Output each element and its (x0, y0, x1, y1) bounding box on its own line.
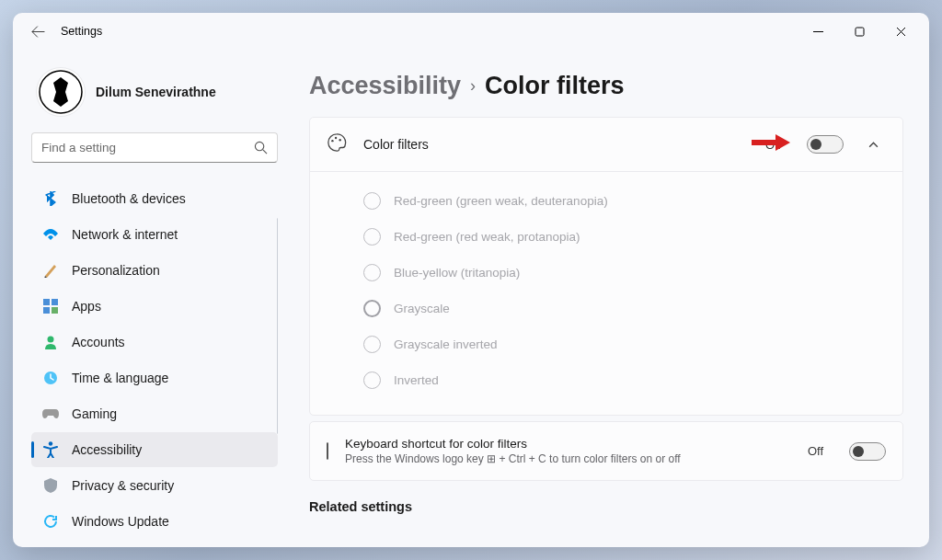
option-protanopia[interactable]: Red-green (red weak, protanopia) (310, 219, 902, 255)
svg-rect-5 (43, 307, 50, 314)
nav-personalization[interactable]: Personalization (31, 253, 278, 288)
search-box[interactable] (31, 132, 278, 163)
radio-selected-icon (363, 300, 381, 317)
nav-label: Apps (72, 299, 101, 314)
color-filters-toggle[interactable] (807, 135, 844, 154)
avatar (37, 68, 85, 116)
user-profile[interactable]: Dilum Senevirathne (31, 57, 278, 132)
option-label: Inverted (394, 373, 439, 387)
settings-window: Settings Dilum Senevirathne (13, 13, 929, 547)
related-settings-heading: Related settings (309, 499, 903, 514)
nav-network[interactable]: Network & internet (31, 217, 278, 252)
close-button[interactable] (880, 17, 922, 45)
color-filters-card: Color filters Off Red-green (green weak,… (309, 117, 903, 416)
color-filters-header[interactable]: Color filters Off (310, 118, 902, 171)
time-icon (42, 370, 59, 386)
option-tritanopia[interactable]: Blue-yellow (tritanopia) (310, 255, 902, 291)
svg-rect-3 (43, 299, 50, 305)
keyboard-shortcut-row[interactable]: Keyboard shortcut for color filters Pres… (310, 422, 902, 480)
svg-rect-0 (856, 28, 864, 36)
shortcut-description: Press the Windows logo key ⊞ + Ctrl + C … (345, 452, 791, 465)
chevron-up-icon (867, 139, 879, 151)
svg-point-10 (331, 140, 333, 142)
svg-rect-6 (52, 307, 58, 314)
nav-gaming[interactable]: Gaming (31, 396, 278, 431)
nav-update[interactable]: Windows Update (31, 504, 278, 539)
nav-label: Windows Update (72, 514, 169, 529)
nav-list: Bluetooth & devices Network & internet P… (31, 181, 278, 539)
nav-label: Gaming (72, 406, 117, 421)
back-button[interactable] (20, 14, 55, 49)
radio-icon (363, 371, 381, 389)
color-filters-title: Color filters (363, 137, 749, 152)
nav-bluetooth[interactable]: Bluetooth & devices (31, 181, 278, 216)
svg-point-7 (48, 337, 54, 343)
scrollbar-thumb[interactable] (277, 218, 278, 434)
window-title: Settings (61, 25, 102, 38)
option-label: Red-green (red weak, protanopia) (394, 230, 580, 244)
keyboard-shortcut-card: Keyboard shortcut for color filters Pres… (309, 421, 903, 481)
maximize-button[interactable] (839, 17, 880, 45)
option-label: Blue-yellow (tritanopia) (394, 266, 520, 280)
nav-label: Network & internet (72, 227, 178, 242)
shortcut-title: Keyboard shortcut for color filters (345, 437, 791, 451)
collapse-button[interactable] (860, 139, 886, 151)
option-deuteranopia[interactable]: Red-green (green weak, deuteranopia) (310, 183, 902, 219)
option-grayscale-inverted[interactable]: Grayscale inverted (310, 326, 902, 362)
color-filters-state: Off (765, 138, 781, 152)
nav-label: Bluetooth & devices (72, 191, 186, 206)
back-arrow-icon (31, 25, 45, 39)
nav-label: Accessibility (72, 442, 142, 457)
option-label: Grayscale inverted (394, 337, 498, 351)
nav-time[interactable]: Time & language (31, 360, 278, 395)
radio-icon (363, 264, 381, 281)
breadcrumb-separator-icon: › (470, 76, 476, 96)
network-icon (42, 226, 59, 243)
minimize-button[interactable] (798, 17, 839, 45)
svg-point-2 (255, 142, 263, 150)
apps-icon (42, 298, 59, 314)
search-icon (254, 141, 268, 154)
breadcrumb-parent[interactable]: Accessibility (309, 72, 461, 100)
nav-accounts[interactable]: Accounts (31, 325, 278, 360)
nav-label: Personalization (72, 263, 160, 278)
svg-point-9 (49, 441, 52, 445)
user-name: Dilum Senevirathne (96, 85, 216, 99)
window-body: Dilum Senevirathne Bluetooth & devices N… (13, 50, 929, 547)
update-icon (42, 513, 59, 530)
shortcut-state: Off (808, 444, 823, 458)
titlebar: Settings (13, 13, 929, 50)
bluetooth-icon (42, 190, 59, 207)
option-grayscale[interactable]: Grayscale (310, 291, 902, 326)
accessibility-icon (42, 441, 59, 458)
window-controls (798, 17, 922, 45)
radio-icon (363, 228, 381, 246)
gaming-icon (42, 406, 59, 422)
nav-apps[interactable]: Apps (31, 289, 278, 324)
svg-point-11 (335, 137, 337, 139)
filter-options: Red-green (green weak, deuteranopia) Red… (310, 171, 902, 415)
breadcrumb: Accessibility › Color filters (309, 72, 903, 100)
breadcrumb-current: Color filters (485, 72, 625, 100)
keyboard-icon (327, 443, 328, 460)
search-input[interactable] (41, 141, 254, 154)
minimize-icon (813, 27, 823, 37)
radio-icon (363, 336, 381, 353)
maximize-icon (855, 27, 865, 37)
shortcut-toggle[interactable] (849, 442, 886, 461)
option-label: Red-green (green weak, deuteranopia) (394, 194, 608, 208)
nav-privacy[interactable]: Privacy & security (31, 468, 278, 503)
option-inverted[interactable]: Inverted (310, 362, 902, 398)
close-icon (896, 27, 906, 37)
nav-label: Privacy & security (72, 478, 174, 493)
accounts-icon (42, 334, 59, 350)
option-label: Grayscale (394, 302, 450, 315)
soccer-ball-icon (39, 70, 83, 114)
svg-point-12 (339, 139, 340, 141)
radio-icon (363, 192, 381, 210)
nav-label: Time & language (72, 371, 168, 385)
privacy-icon (42, 477, 59, 494)
main-content: Accessibility › Color filters Color filt… (287, 50, 929, 547)
nav-accessibility[interactable]: Accessibility (31, 432, 278, 467)
sidebar: Dilum Senevirathne Bluetooth & devices N… (13, 50, 287, 547)
